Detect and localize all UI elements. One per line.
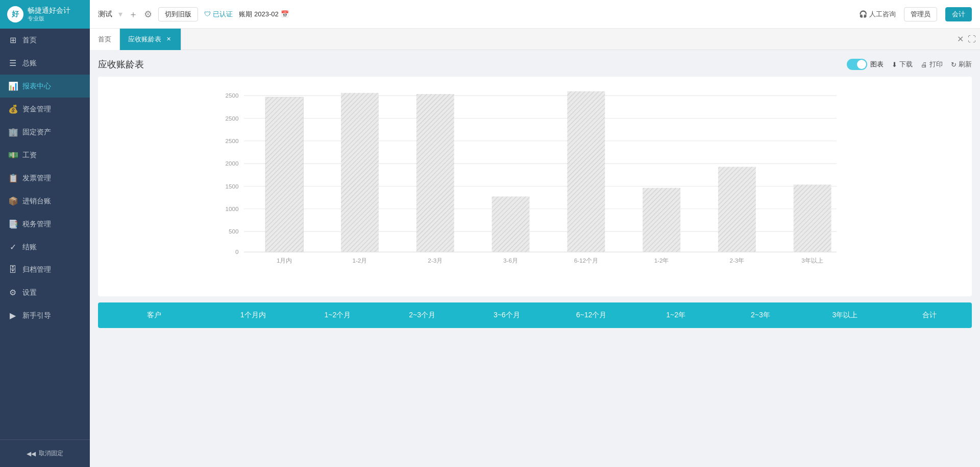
cancel-fixed-icon: ◀◀ xyxy=(27,450,36,457)
th-customer: 客户 xyxy=(98,302,211,328)
tabbar-right: ✕ ⛶ xyxy=(957,34,980,44)
tab-close-icon[interactable]: ✕ xyxy=(164,35,173,43)
content-area: 应收账龄表 图表 ⬇ 下载 🖨 打印 ↻ 刷新 xyxy=(90,50,980,467)
tabbar: 首页 应收账龄表 ✕ ✕ ⛶ xyxy=(90,29,980,50)
page-title: 应收账龄表 xyxy=(98,58,144,71)
support-button[interactable]: 🎧 人工咨询 xyxy=(859,10,896,19)
certified-label: 已认证 xyxy=(213,10,233,19)
svg-text:2500: 2500 xyxy=(226,115,239,122)
tab-home-label: 首页 xyxy=(98,35,111,44)
chart-area: 2500 2500 2500 2000 1500 1000 500 0 xyxy=(106,85,964,279)
sidebar-label-close: 结账 xyxy=(22,243,37,252)
chart-toggle-label: 图表 xyxy=(870,60,884,69)
th-2-3month: 2~3个月 xyxy=(380,302,464,328)
ledger-icon: ☰ xyxy=(8,58,17,68)
reports-icon: 📊 xyxy=(8,81,17,91)
svg-rect-20 xyxy=(492,197,530,252)
topbar-settings-icon[interactable]: ⚙ xyxy=(144,9,152,20)
svg-rect-17 xyxy=(265,97,303,252)
svg-text:6-12个月: 6-12个月 xyxy=(574,257,598,264)
chart-toggle-group: 图表 xyxy=(847,59,884,70)
sidebar-label-guide: 新手引导 xyxy=(22,311,51,320)
svg-text:1000: 1000 xyxy=(226,205,239,212)
sidebar-label-inventory: 进销台账 xyxy=(22,197,51,206)
print-label: 打印 xyxy=(929,60,943,69)
funds-icon: 💰 xyxy=(8,104,17,114)
sidebar-item-reports[interactable]: 📊 报表中心 xyxy=(0,75,90,98)
sidebar-item-invoice[interactable]: 📋 发票管理 xyxy=(0,167,90,190)
calendar-icon[interactable]: 📅 xyxy=(281,10,289,18)
sidebar-item-close[interactable]: ✓ 结账 xyxy=(0,236,90,259)
sidebar-label-salary: 工资 xyxy=(22,151,37,160)
sidebar-item-inventory[interactable]: 📦 进销台账 xyxy=(0,190,90,213)
svg-text:500: 500 xyxy=(229,228,238,235)
svg-rect-23 xyxy=(718,167,756,252)
inventory-icon: 📦 xyxy=(8,196,17,206)
chart-toggle[interactable] xyxy=(847,59,867,70)
sidebar-item-settings[interactable]: ⚙ 设置 xyxy=(0,281,90,304)
topbar-add-icon[interactable]: ＋ xyxy=(129,8,138,20)
topbar-dropdown-icon[interactable]: ▾ xyxy=(118,9,122,19)
sidebar-label-reports: 报表中心 xyxy=(22,82,51,91)
salary-icon: 💵 xyxy=(8,150,17,160)
tax-icon: 📑 xyxy=(8,219,17,229)
tab-home[interactable]: 首页 xyxy=(90,29,120,50)
svg-rect-18 xyxy=(341,93,379,252)
sidebar-item-assets[interactable]: 🏢 固定资产 xyxy=(0,121,90,144)
svg-text:0: 0 xyxy=(235,248,238,255)
assets-icon: 🏢 xyxy=(8,127,17,137)
role-button[interactable]: 会计 xyxy=(945,7,972,21)
svg-text:1月内: 1月内 xyxy=(277,257,292,264)
sidebar-label-ledger: 总账 xyxy=(22,59,37,68)
print-button[interactable]: 🖨 打印 xyxy=(921,60,943,69)
download-label: 下载 xyxy=(899,60,913,69)
svg-rect-24 xyxy=(794,184,831,252)
th-1-2month: 1~2个月 xyxy=(296,302,380,328)
svg-text:3-6月: 3-6月 xyxy=(503,257,518,264)
shield-icon: 🛡 xyxy=(204,10,211,18)
switch-old-button[interactable]: 切到旧版 xyxy=(158,7,198,21)
svg-text:1-2年: 1-2年 xyxy=(654,257,669,264)
invoice-icon: 📋 xyxy=(8,173,17,183)
th-1month: 1个月内 xyxy=(211,302,296,328)
tab-receivable-label: 应收账龄表 xyxy=(128,35,161,44)
period-label: 账期 xyxy=(239,10,252,19)
admin-button[interactable]: 管理员 xyxy=(904,7,937,21)
table-header: 客户 1个月内 1~2个月 2~3个月 3~6个月 6~12个月 1~2年 2~… xyxy=(98,302,972,328)
topbar-right: 🎧 人工咨询 管理员 会计 xyxy=(859,7,972,21)
refresh-button[interactable]: ↻ 刷新 xyxy=(951,60,972,69)
download-icon: ⬇ xyxy=(892,61,897,68)
sidebar-label-invoice: 发票管理 xyxy=(22,174,51,183)
sidebar: 好 畅捷通好会计 专业版 ⊞ 首页 ☰ 总账 📊 报表中心 💰 资金管理 🏢 固… xyxy=(0,0,90,467)
sidebar-label-settings: 设置 xyxy=(22,288,37,297)
svg-rect-22 xyxy=(643,188,680,252)
close-window-icon[interactable]: ✕ xyxy=(957,34,964,44)
guide-icon: ▶ xyxy=(8,311,17,320)
sidebar-item-ledger[interactable]: ☰ 总账 xyxy=(0,52,90,75)
expand-icon[interactable]: ⛶ xyxy=(968,35,976,44)
cancel-fixed-label: 取消固定 xyxy=(39,449,63,458)
tab-receivable-aging[interactable]: 应收账龄表 ✕ xyxy=(120,29,181,50)
headset-icon: 🎧 xyxy=(859,10,867,18)
cancel-fixed-button[interactable]: ◀◀ 取消固定 xyxy=(5,445,85,462)
bar-chart: 2500 2500 2500 2000 1500 1000 500 0 xyxy=(106,85,964,279)
th-1-2year: 1~2年 xyxy=(633,302,718,328)
main-area: 测试 ▾ ＋ ⚙ 切到旧版 🛡 已认证 账期 2023-02 📅 🎧 人工咨询 … xyxy=(90,0,980,467)
sidebar-item-home[interactable]: ⊞ 首页 xyxy=(0,29,90,52)
sidebar-item-salary[interactable]: 💵 工资 xyxy=(0,144,90,167)
chart-container: 2500 2500 2500 2000 1500 1000 500 0 xyxy=(98,77,972,296)
sidebar-item-funds[interactable]: 💰 资金管理 xyxy=(0,98,90,121)
sidebar-item-tax[interactable]: 📑 税务管理 xyxy=(0,213,90,236)
app-name: 畅捷通好会计 xyxy=(28,6,70,15)
download-button[interactable]: ⬇ 下载 xyxy=(892,60,913,69)
svg-text:2-3月: 2-3月 xyxy=(428,257,443,264)
svg-text:1500: 1500 xyxy=(226,183,239,190)
page-header: 应收账龄表 图表 ⬇ 下载 🖨 打印 ↻ 刷新 xyxy=(98,58,972,71)
logo-text-group: 畅捷通好会计 专业版 xyxy=(28,6,70,22)
sidebar-label-tax: 税务管理 xyxy=(22,220,51,229)
sidebar-label-archive: 归档管理 xyxy=(22,265,51,274)
sidebar-item-guide[interactable]: ▶ 新手引导 xyxy=(0,304,90,327)
certified-badge: 🛡 已认证 xyxy=(204,10,233,19)
sidebar-item-archive[interactable]: 🗄 归档管理 xyxy=(0,259,90,281)
th-2-3year: 2~3年 xyxy=(718,302,803,328)
